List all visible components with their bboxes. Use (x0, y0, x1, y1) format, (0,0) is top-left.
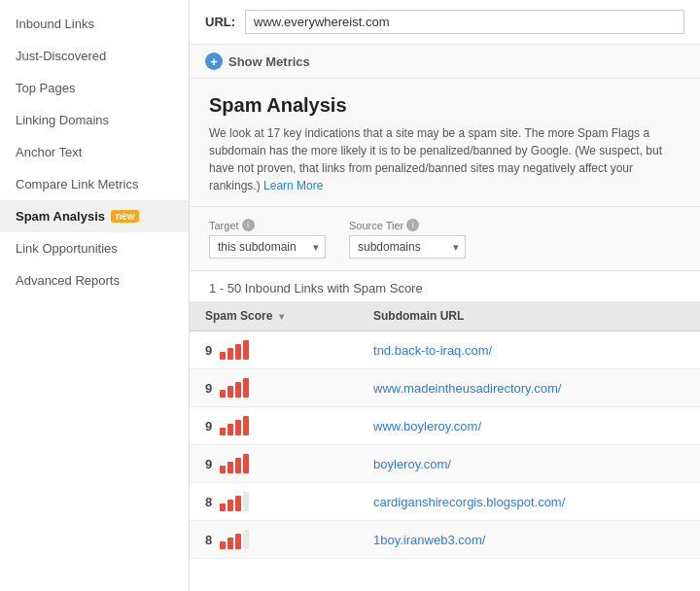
sidebar-item-top-pages[interactable]: Top Pages (0, 72, 189, 104)
spam-bar-segment (243, 454, 249, 473)
sort-icon: ▾ (279, 311, 284, 322)
subdomain-url-header: Subdomain URL (358, 301, 700, 331)
spam-bar-segment (228, 424, 233, 435)
main-content: URL: + Show Metrics Spam Analysis We loo… (190, 0, 700, 591)
spam-bar-segment (243, 492, 249, 511)
url-bar: URL: (190, 0, 700, 45)
table-row: 9www.boyleroy.com/ (190, 407, 700, 445)
subdomain-url-cell: 1boy.iranweb3.com/ (358, 521, 700, 559)
url-label: URL: (205, 15, 235, 29)
sidebar-item-label: Inbound Links (16, 17, 94, 31)
target-filter-group: Target i this subdomainthis domainthis p… (209, 219, 326, 259)
spam-analysis-section: Spam Analysis We look at 17 key indicati… (190, 79, 700, 207)
subdomain-url-link[interactable]: 1boy.iranweb3.com/ (373, 533, 485, 547)
sidebar-item-label: Spam Analysis (16, 209, 105, 224)
spam-bars (220, 530, 249, 549)
table-row: 9boyleroy.com/ (190, 445, 700, 483)
show-metrics-label: Show Metrics (228, 54, 310, 69)
source-select-wrapper: subdomainsdomainspages (349, 235, 466, 259)
spam-table: Spam Score ▾ Subdomain URL 9tnd.back-to-… (190, 301, 700, 559)
sidebar-item-advanced-reports[interactable]: Advanced Reports (0, 264, 189, 296)
show-metrics-button[interactable]: + Show Metrics (205, 52, 310, 70)
spam-bar-segment (235, 420, 241, 435)
spam-bar-segment (243, 340, 249, 360)
spam-score-number: 9 (205, 457, 212, 471)
target-select[interactable]: this subdomainthis domainthis page (209, 235, 326, 259)
sidebar-item-label: Advanced Reports (16, 273, 120, 288)
spam-score-header-label: Spam Score (205, 309, 272, 323)
spam-score-number: 9 (205, 419, 212, 434)
sidebar-item-label: Top Pages (16, 81, 75, 95)
source-select[interactable]: subdomainsdomainspages (349, 235, 466, 259)
spam-bar-segment (228, 462, 233, 473)
source-label: Source Tier i (349, 219, 466, 231)
spam-score-number: 8 (205, 533, 212, 547)
spam-bar-segment (235, 458, 241, 473)
sidebar-item-compare-link-metrics[interactable]: Compare Link Metrics (0, 168, 189, 200)
spam-bar-segment (243, 416, 249, 435)
spam-bar-segment (220, 428, 226, 435)
target-info-icon[interactable]: i (242, 219, 255, 231)
table-row: 9tnd.back-to-iraq.com/ (190, 331, 700, 369)
url-input[interactable] (245, 10, 684, 34)
results-range: 1 - 50 Inbound Links with Spam Score (209, 281, 423, 296)
sidebar-item-label: Just-Discovered (16, 49, 106, 63)
spam-bars (220, 340, 249, 360)
spam-score-cell: 8 (190, 483, 358, 521)
subdomain-url-header-label: Subdomain URL (373, 309, 464, 323)
sidebar-item-label: Link Opportunities (16, 241, 118, 256)
subdomain-url-cell: www.madeintheusadirectory.com/ (358, 369, 700, 407)
spam-score-cell: 9 (190, 407, 358, 445)
spam-score-number: 9 (205, 381, 212, 396)
sidebar-item-just-discovered[interactable]: Just-Discovered (0, 40, 189, 72)
spam-score-cell: 9 (190, 331, 358, 369)
spam-bar-segment (235, 534, 241, 549)
spam-bar-segment (243, 378, 249, 398)
sidebar-item-inbound-links[interactable]: Inbound Links (0, 8, 189, 40)
spam-bars (220, 416, 249, 435)
table-row: 9www.madeintheusadirectory.com/ (190, 369, 700, 407)
sidebar-item-label: Compare Link Metrics (16, 177, 138, 191)
sidebar-item-anchor-text[interactable]: Anchor Text (0, 136, 189, 168)
spam-analysis-title: Spam Analysis (209, 94, 681, 117)
subdomain-url-link[interactable]: boyleroy.com/ (373, 457, 451, 471)
spam-bars (220, 378, 249, 398)
table-header: Spam Score ▾ Subdomain URL (190, 301, 700, 331)
spam-bar-segment (235, 496, 241, 511)
badge-new: new (111, 210, 139, 223)
sidebar-item-linking-domains[interactable]: Linking Domains (0, 104, 189, 136)
source-filter-group: Source Tier i subdomainsdomainspages (349, 219, 466, 259)
spam-bar-segment (235, 382, 241, 398)
sidebar-item-label: Linking Domains (16, 113, 109, 127)
spam-bar-segment (228, 386, 233, 398)
spam-bar-segment (220, 504, 226, 511)
spam-score-cell: 9 (190, 369, 358, 407)
spam-score-cell: 8 (190, 521, 358, 559)
table-row: 8cardiganshirecorgis.blogspot.com/ (190, 483, 700, 521)
source-info-icon[interactable]: i (406, 219, 419, 231)
spam-score-header[interactable]: Spam Score ▾ (190, 301, 358, 331)
spam-table-container: Spam Score ▾ Subdomain URL 9tnd.back-to-… (190, 301, 700, 559)
spam-bar-segment (220, 466, 226, 473)
sidebar-item-link-opportunities[interactable]: Link Opportunities (0, 232, 189, 264)
subdomain-url-cell: boyleroy.com/ (358, 445, 700, 483)
spam-score-cell: 9 (190, 445, 358, 483)
subdomain-url-link[interactable]: www.madeintheusadirectory.com/ (373, 381, 561, 396)
target-select-wrapper: this subdomainthis domainthis page (209, 235, 326, 259)
sidebar: Inbound LinksJust-DiscoveredTop PagesLin… (0, 0, 190, 591)
table-body: 9tnd.back-to-iraq.com/9www.madeintheusad… (190, 331, 700, 559)
subdomain-url-link[interactable]: cardiganshirecorgis.blogspot.com/ (373, 495, 565, 509)
spam-analysis-description: We look at 17 key indications that a sit… (209, 124, 681, 194)
subdomain-url-cell: cardiganshirecorgis.blogspot.com/ (358, 483, 700, 521)
spam-bar-segment (228, 500, 233, 511)
spam-bar-segment (220, 390, 226, 398)
learn-more-link[interactable]: Learn More (263, 179, 323, 192)
subdomain-url-link[interactable]: www.boyleroy.com/ (373, 419, 481, 434)
sidebar-item-spam-analysis[interactable]: Spam Analysisnew (0, 200, 189, 232)
target-label: Target i (209, 219, 326, 231)
spam-bar-segment (228, 348, 233, 360)
subdomain-url-link[interactable]: tnd.back-to-iraq.com/ (373, 343, 492, 358)
subdomain-url-cell: www.boyleroy.com/ (358, 407, 700, 445)
spam-bar-segment (220, 541, 226, 549)
spam-bar-segment (228, 538, 233, 549)
